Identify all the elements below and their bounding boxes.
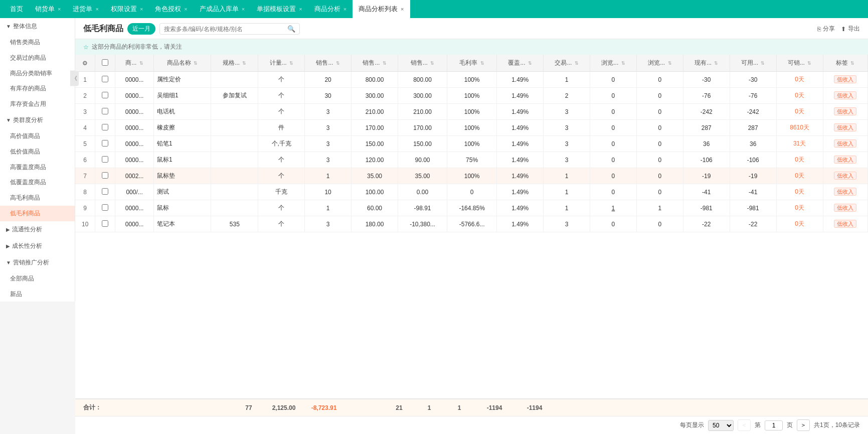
close-icon[interactable]: ×: [184, 6, 187, 12]
th-browse1[interactable]: 浏览... ⇅: [590, 55, 637, 72]
search-input[interactable]: [164, 26, 287, 33]
td-sales-qty: 1: [305, 200, 352, 216]
sidebar-group-growth[interactable]: ▶ 成长性分析: [0, 238, 75, 254]
search-icon: 🔍: [287, 25, 295, 33]
close-icon[interactable]: ×: [343, 6, 346, 12]
th-unit[interactable]: 计量... ⇅: [258, 55, 305, 72]
td-tag: 低收入: [823, 200, 867, 216]
sidebar-item-sales-goods[interactable]: 销售类商品: [0, 35, 75, 50]
row-checkbox[interactable]: [102, 204, 108, 211]
close-icon[interactable]: ×: [58, 6, 61, 12]
td-gross-rate: 0: [447, 184, 497, 200]
td-available-stock: -41: [730, 184, 776, 200]
export-button[interactable]: ⬆ 导出: [841, 25, 860, 33]
td-checkbox[interactable]: [95, 136, 115, 152]
sidebar-item-high-coverage[interactable]: 高覆盖度商品: [0, 160, 75, 175]
nav-role-auth[interactable]: 角色授权 ×: [149, 0, 193, 18]
row-checkbox[interactable]: [102, 140, 108, 147]
sidebar-item-high-margin[interactable]: 高毛利商品: [0, 190, 75, 206]
sidebar-group-overall[interactable]: ▼ 整体信息: [0, 18, 75, 35]
nav-permission[interactable]: 权限设置 ×: [105, 0, 149, 18]
th-sales-price[interactable]: 销售... ⇅: [352, 55, 398, 72]
th-tag[interactable]: 标签 ⇅: [823, 55, 867, 72]
td-browse1: 0: [590, 136, 637, 152]
th-settings[interactable]: ⚙: [75, 55, 95, 72]
td-checkbox[interactable]: [95, 120, 115, 136]
next-page-button[interactable]: ＞: [797, 419, 810, 431]
td-tag: 低收入: [823, 184, 867, 200]
row-checkbox[interactable]: [102, 92, 108, 98]
row-checkbox[interactable]: [102, 156, 108, 163]
browse-link[interactable]: 1: [612, 205, 615, 212]
sidebar-item-low-margin[interactable]: 低毛利商品: [0, 206, 75, 221]
sidebar-item-low-value[interactable]: 低价值商品: [0, 144, 75, 160]
close-icon[interactable]: ×: [401, 6, 404, 12]
sidebar-group-marketing[interactable]: ▼ 营销推广分析: [0, 254, 75, 271]
td-gross-rate: 100%: [447, 104, 497, 120]
nav-product-analysis[interactable]: 商品分析 ×: [308, 0, 353, 18]
sidebar-group-cluster[interactable]: ▼ 类群度分析: [0, 112, 75, 128]
th-current-stock[interactable]: 现有... ⇅: [683, 55, 730, 72]
th-trade[interactable]: 交易... ⇅: [544, 55, 590, 72]
close-icon[interactable]: ×: [95, 6, 98, 12]
close-icon[interactable]: ×: [140, 6, 143, 12]
nav-product-inbound[interactable]: 产成品入库单 ×: [194, 0, 251, 18]
row-checkbox[interactable]: [102, 188, 108, 195]
page-size-select[interactable]: 50 100 200: [708, 420, 734, 431]
row-checkbox[interactable]: [102, 220, 108, 227]
row-checkbox[interactable]: [102, 76, 108, 82]
td-sellable: 0天: [776, 184, 823, 200]
sidebar-item-new-goods[interactable]: 新品: [0, 286, 75, 302]
sidebar-collapse-button[interactable]: 《: [70, 71, 79, 86]
td-checkbox[interactable]: [95, 168, 115, 184]
page-label: 第: [755, 421, 761, 429]
td-checkbox[interactable]: [95, 216, 115, 232]
footer-sales-qty: 77: [234, 404, 264, 411]
page-number-input[interactable]: [765, 420, 783, 430]
sidebar-item-stocked-goods[interactable]: 有库存的商品: [0, 81, 75, 96]
th-coverage[interactable]: 覆盖... ⇅: [497, 55, 544, 72]
row-checkbox[interactable]: [102, 108, 108, 114]
th-sales-amount[interactable]: 销售... ⇅: [398, 55, 447, 72]
th-gross-rate[interactable]: 毛利率 ⇅: [447, 55, 497, 72]
row-checkbox[interactable]: [102, 172, 108, 179]
th-sales-qty[interactable]: 销售... ⇅: [305, 55, 352, 72]
th-available-stock[interactable]: 可用... ⇅: [730, 55, 776, 72]
th-name[interactable]: 商品名称 ⇅: [153, 55, 211, 72]
td-checkbox[interactable]: [95, 200, 115, 216]
th-spec[interactable]: 规格... ⇅: [211, 55, 258, 72]
close-icon[interactable]: ×: [242, 6, 245, 12]
sidebar-item-category-rate[interactable]: 商品分类助销率: [0, 66, 75, 81]
sidebar-item-all-goods[interactable]: 全部商品: [0, 271, 75, 286]
td-code: 0000...: [115, 104, 154, 120]
footer-sales-price: 2,125.00: [264, 404, 304, 411]
close-icon[interactable]: ×: [299, 6, 302, 12]
td-checkbox[interactable]: [95, 88, 115, 104]
nav-template-settings[interactable]: 单据模板设置 ×: [251, 0, 308, 18]
notice-bar: ☆ 这部分商品的利润非常低，请关注: [75, 39, 868, 55]
sidebar-item-traded-goods[interactable]: 交易过的商品: [0, 50, 75, 66]
sidebar-item-stock-capital[interactable]: 库存资金占用: [0, 96, 75, 112]
filter-recent-month-button[interactable]: 近一月: [127, 23, 155, 35]
nav-product-analysis-list[interactable]: 商品分析列表 ×: [353, 0, 410, 18]
sidebar-item-high-value[interactable]: 高价值商品: [0, 128, 75, 144]
td-checkbox[interactable]: [95, 104, 115, 120]
nav-home[interactable]: 首页: [4, 0, 29, 18]
nav-purchase-order[interactable]: 进货单 ×: [67, 0, 104, 18]
td-checkbox[interactable]: [95, 152, 115, 168]
share-button[interactable]: ⎘ 分享: [817, 25, 835, 33]
td-checkbox[interactable]: [95, 72, 115, 88]
th-code[interactable]: 商... ⇅: [115, 55, 154, 72]
prev-page-button[interactable]: ＜: [738, 419, 751, 431]
th-sellable[interactable]: 可销... ⇅: [776, 55, 823, 72]
sidebar-item-low-coverage[interactable]: 低覆盖度商品: [0, 175, 75, 190]
td-sales-qty: 3: [305, 120, 352, 136]
td-sellable: 0天: [776, 168, 823, 184]
sidebar-group-liquidity[interactable]: ▶ 流通性分析: [0, 221, 75, 238]
row-checkbox[interactable]: [102, 124, 108, 130]
chevron-right-icon: ▶: [6, 243, 10, 249]
th-browse2[interactable]: 浏览... ⇅: [636, 55, 683, 72]
nav-sales-order[interactable]: 销货单 ×: [29, 0, 67, 18]
select-all-checkbox[interactable]: [102, 59, 108, 66]
td-checkbox[interactable]: [95, 184, 115, 200]
